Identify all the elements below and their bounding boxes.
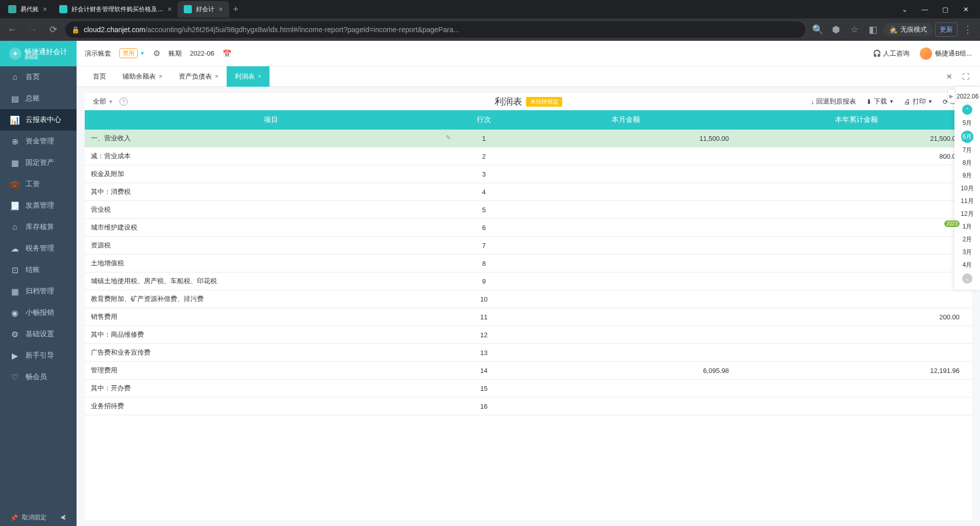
panel-collapse-icon[interactable]: ▶ bbox=[947, 89, 955, 103]
edit-icon[interactable]: ✎ bbox=[446, 134, 451, 141]
sidebar-item-0[interactable]: ⌂首页 bbox=[0, 66, 77, 88]
sidebar-item-10[interactable]: ▦归档管理 bbox=[0, 281, 77, 302]
sidebar-item-7[interactable]: ⌂库存核算 bbox=[0, 216, 77, 238]
tab-close-icon[interactable]: × bbox=[218, 5, 223, 13]
table-row[interactable]: 其中：开办费 15 bbox=[85, 380, 972, 397]
maximize-icon[interactable]: ▢ bbox=[937, 2, 953, 16]
sidebar-item-11[interactable]: ◉小畅报销 bbox=[0, 302, 77, 323]
tab-close-icon[interactable]: × bbox=[159, 73, 162, 80]
month-item[interactable]: 10月 bbox=[957, 182, 978, 195]
sidebar-label: 发票管理 bbox=[26, 201, 54, 210]
page-tab-1[interactable]: 辅助余额表× bbox=[114, 66, 170, 87]
table-row[interactable]: 土地增值税 8 bbox=[85, 255, 972, 272]
print-button[interactable]: 🖨 打印 ▼ bbox=[904, 97, 933, 106]
table-row[interactable]: 税金及附加 3 bbox=[85, 165, 972, 183]
month-item[interactable]: 4月 bbox=[957, 259, 978, 271]
close-all-tabs-icon[interactable]: ✕ bbox=[943, 70, 955, 83]
table-row[interactable]: 销售费用 11 200.00 bbox=[85, 308, 972, 326]
year-badge: 2023 bbox=[944, 220, 960, 227]
table-row[interactable]: 城镇土地使用税、房产税、车船税、印花税 9 bbox=[85, 272, 972, 290]
month-item[interactable]: 11月 bbox=[957, 195, 978, 208]
month-item[interactable]: 7月 bbox=[957, 144, 978, 157]
table-row[interactable]: 业务招待费 16 bbox=[85, 397, 972, 415]
month-item[interactable]: 12月 bbox=[957, 208, 978, 220]
extension-icon[interactable]: ⬢ bbox=[828, 21, 844, 38]
extensions-icon[interactable]: ◧ bbox=[865, 21, 881, 38]
period-value[interactable]: 2022-06 bbox=[190, 49, 214, 57]
browser-tab-1[interactable]: 好会计财务管理软件购买价格及… × bbox=[53, 1, 178, 17]
tab-close-icon[interactable]: × bbox=[215, 73, 218, 80]
month-item[interactable]: 1月 bbox=[957, 220, 978, 233]
cell-name: 营业税 bbox=[85, 201, 457, 219]
table-row[interactable]: 其中：消费税 4 bbox=[85, 183, 972, 201]
cell-year bbox=[741, 219, 972, 237]
support-link[interactable]: 🎧 人工咨询 bbox=[873, 49, 910, 58]
table-row[interactable]: 减：营业成本 2 800.00 bbox=[85, 147, 972, 165]
filter-dropdown[interactable]: 全部 ▼ bbox=[93, 97, 113, 106]
month-item[interactable]: 9月 bbox=[957, 169, 978, 182]
sidebar-item-3[interactable]: ⊕资金管理 bbox=[0, 131, 77, 152]
month-item[interactable]: 6月 bbox=[961, 131, 973, 143]
minimize-icon[interactable]: — bbox=[917, 2, 933, 16]
table-row[interactable]: 城市维护建设税 6 bbox=[85, 219, 972, 237]
calendar-icon[interactable]: 📅 bbox=[223, 49, 231, 58]
restore-button[interactable]: ↓ 回退到原报表 bbox=[811, 97, 856, 106]
browser-tab-0[interactable]: 易代账 × bbox=[2, 1, 53, 17]
sidebar-item-5[interactable]: 💼工资 bbox=[0, 173, 77, 195]
tab-close-icon[interactable]: × bbox=[258, 73, 261, 80]
table-row[interactable]: 一、营业收入✎ 1 11,500.00 21,500.00 bbox=[85, 130, 972, 147]
gear-icon[interactable]: ⚙ bbox=[153, 48, 160, 58]
table-row[interactable]: 教育费附加、矿产资源补偿费、排污费 10 bbox=[85, 290, 972, 308]
table-row[interactable]: 其中：商品维修费 12 bbox=[85, 326, 972, 344]
sidebar-item-2[interactable]: 📊云报表中心 bbox=[0, 109, 77, 131]
forward-icon[interactable]: → bbox=[24, 21, 41, 38]
fullscreen-icon[interactable]: ⛶ bbox=[960, 70, 972, 83]
sidebar-item-6[interactable]: 🧾发票管理 bbox=[0, 195, 77, 216]
new-tab-button[interactable]: + bbox=[229, 2, 243, 17]
month-item[interactable]: 5月 bbox=[957, 117, 978, 130]
table-row[interactable]: 广告费和业务宣传费 13 bbox=[85, 344, 972, 362]
tab-list-icon[interactable]: ⌄ bbox=[896, 2, 913, 16]
page-tab-2[interactable]: 资产负债表× bbox=[170, 66, 227, 87]
logo[interactable]: ✦ 畅捷通好会计 旗舰版 bbox=[0, 41, 77, 66]
sidebar-label: 畅会员 bbox=[26, 372, 47, 382]
scroll-up-icon[interactable]: ⌃ bbox=[962, 105, 972, 115]
tab-close-icon[interactable]: × bbox=[167, 5, 172, 13]
sidebar-item-8[interactable]: ☁税务管理 bbox=[0, 238, 77, 259]
browser-chrome: 易代账 × 好会计财务管理软件购买价格及… × 好会计 × + ⌄ — ▢ ✕ … bbox=[0, 0, 980, 41]
month-item[interactable]: 2月 bbox=[957, 233, 978, 246]
page-tab-0[interactable]: 首页 bbox=[85, 66, 114, 87]
sidebar-icon: ☁ bbox=[10, 244, 19, 253]
url-bar[interactable]: 🔒 cloud2.chanjet.com/accounting/uh26t264… bbox=[65, 21, 805, 38]
page-tab-3[interactable]: 利润表× bbox=[227, 66, 270, 87]
table-row[interactable]: 管理费用 14 6,095.98 12,191.96 bbox=[85, 362, 972, 380]
reload-icon[interactable]: ⟳ bbox=[45, 21, 61, 38]
chevron-down-icon[interactable]: ▼ bbox=[140, 51, 145, 56]
bookmark-icon[interactable]: ☆ bbox=[846, 21, 863, 38]
user-menu[interactable]: 畅捷通B组... bbox=[920, 47, 972, 60]
menu-icon[interactable]: ⋮ bbox=[960, 21, 976, 38]
sidebar-item-14[interactable]: ♡畅会员 bbox=[0, 366, 77, 388]
close-window-icon[interactable]: ✕ bbox=[958, 2, 974, 16]
period-panel: ▶ 2022.06 ⌃ 5月6月7月8月9月10月11月12月 2023 1月2… bbox=[954, 87, 980, 290]
table-row[interactable]: 营业税 5 bbox=[85, 201, 972, 219]
sidebar-item-9[interactable]: ⊡结账 bbox=[0, 259, 77, 281]
sidebar-item-1[interactable]: ▤总账 bbox=[0, 88, 77, 109]
back-icon[interactable]: ← bbox=[4, 21, 20, 38]
sidebar-item-13[interactable]: ▶新手引导 bbox=[0, 345, 77, 366]
browser-tab-2[interactable]: 好会计 × bbox=[178, 1, 229, 17]
sidebar-footer[interactable]: 📌 取消固定 ⮜ bbox=[0, 509, 77, 526]
collapse-icon[interactable]: ⮜ bbox=[60, 514, 66, 521]
sidebar-item-4[interactable]: ▦固定资产 bbox=[0, 152, 77, 173]
help-icon[interactable]: ? bbox=[119, 97, 128, 106]
table-row[interactable]: 资源税 7 bbox=[85, 237, 972, 255]
download-button[interactable]: ⬇ 下载 ▼ bbox=[866, 97, 894, 106]
account-name[interactable]: 演示账套 bbox=[85, 49, 111, 58]
tab-close-icon[interactable]: × bbox=[43, 5, 47, 13]
month-item[interactable]: 3月 bbox=[957, 246, 978, 259]
month-item[interactable]: 8月 bbox=[957, 157, 978, 169]
scroll-down-icon[interactable]: ⌄ bbox=[962, 273, 972, 284]
update-button[interactable]: 更新 bbox=[935, 22, 958, 37]
sidebar-item-12[interactable]: ⚙基础设置 bbox=[0, 323, 77, 345]
zoom-icon[interactable]: 🔍 bbox=[810, 21, 826, 38]
